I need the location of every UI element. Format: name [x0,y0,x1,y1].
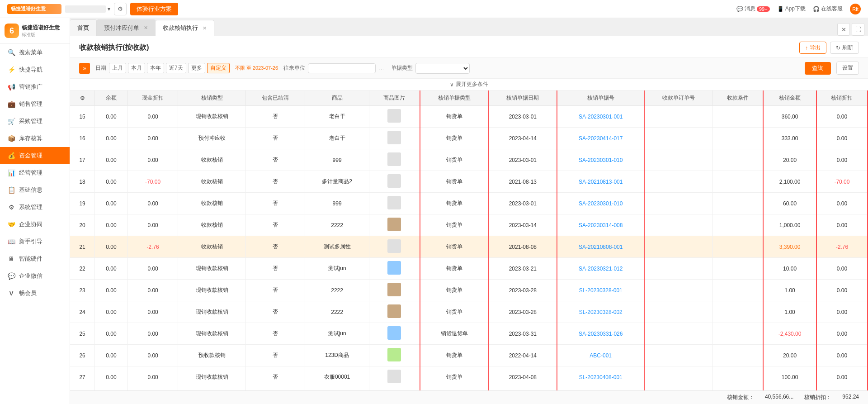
row-product: 2222 [305,214,369,236]
row-type: 现销收款核销 [178,301,246,323]
top-bar-left: 畅捷通谱好生意 ▾ ⚙ 体验行业方案 [7,3,731,15]
sidebar-item-label: 快捷导航 [19,66,42,74]
product-img [387,131,401,144]
counterpart-input[interactable] [308,63,376,73]
row-bill-date: 2023-03-14 [488,214,557,236]
row-bill-type: 销货单 [420,258,489,280]
settings-icon[interactable]: ⚙ [114,3,127,15]
close-tab-collection[interactable]: ✕ [203,25,207,31]
user-avatar[interactable]: Rit [850,4,861,14]
tab-prepayment[interactable]: 预付冲应付单 ✕ [97,19,156,36]
close-tab-btn[interactable]: ✕ [837,23,850,36]
bill-no-link[interactable]: SA-20230301-010 [579,200,623,207]
sidebar-item-system[interactable]: ⚙ 系统管理 [0,199,70,216]
data-table-wrapper[interactable]: ⚙ 余额 现金折扣 核销类型 包含已结清 商品 商品图片 核销单据类型 核销单据… [70,90,868,390]
main-content: 首页 预付冲应付单 ✕ 收款核销执行 ✕ ✕ ⛶ 收款核销执行(按收款) [70,18,868,404]
bill-no-link[interactable]: SL-20230328-001 [579,287,623,294]
row-product-img [369,323,420,345]
sidebar-item-purchase[interactable]: 🛒 采购管理 [0,113,70,130]
row-bill-date: 2022-04-14 [488,345,557,366]
row-bill-type: 销货单 [420,106,489,128]
row-bill-type: 销货单 [420,236,489,258]
row-bill-type: 销货单 [420,149,489,171]
export-button[interactable]: ↑ 导出 [799,42,826,54]
bill-no-link[interactable]: SA-20210808-001 [579,244,623,250]
sidebar-item-shortcuts[interactable]: ⚡ 快捷导航 [0,61,70,78]
tab-collection[interactable]: 收款核销执行 ✕ [156,20,214,36]
row-bill-date: 2023-03-01 [488,193,557,214]
maximize-tab-btn[interactable]: ⛶ [852,23,864,36]
row-amount: 333.00 [763,128,816,149]
date-btn-custom[interactable]: 自定义 [207,63,230,73]
date-btn-more[interactable]: 更多 [188,63,205,73]
date-btn-this-year[interactable]: 本年 [147,63,164,73]
date-btn-7days[interactable]: 近7天 [166,63,186,73]
settings-button[interactable]: 设置 [836,62,859,75]
row-amount: 10.00 [763,258,816,280]
row-product: 2222 [305,301,369,323]
sidebar-item-basics[interactable]: 📋 基础信息 [0,181,70,199]
phone-icon: 📱 [777,6,784,12]
sidebar-item-search[interactable]: 🔍 搜索菜单 [0,44,70,61]
bill-type-select[interactable] [415,63,470,74]
row-order-no [644,280,712,301]
sidebar-item-label: 经营管理 [19,169,42,177]
filter-bar: » 日期 上月 本月 本年 近7天 更多 自定义 不限 至 2023-07-26 [70,58,868,79]
row-product-img [369,106,420,128]
date-btn-this-month[interactable]: 本月 [128,63,145,73]
date-btn-last-month[interactable]: 上月 [109,63,126,73]
row-amount: 20.00 [763,345,816,366]
row-include-settled: 否 [246,301,305,323]
row-amount: 3,390.00 [763,236,816,258]
row-type: 收款核销 [178,193,246,214]
sidebar-item-label: 库存核算 [19,134,42,143]
row-order-no [644,345,712,366]
sidebar-item-finance[interactable]: 💰 资金管理 [0,147,70,164]
bill-no-link[interactable]: SA-20230414-017 [579,135,623,142]
row-condition [712,280,763,301]
product-img [387,261,401,275]
row-discount: -2.76 [816,236,868,258]
sidebar-item-member[interactable]: V 畅会员 [0,285,70,302]
sidebar-item-marketing[interactable]: 📢 营销推广 [0,78,70,95]
row-cash-discount: -70.00 [127,171,178,193]
row-balance: 0.00 [95,301,128,323]
messages-btn[interactable]: 💬 消息 99+ [736,5,770,13]
sidebar-item-operations[interactable]: 📊 经营管理 [0,164,70,181]
bill-no-link[interactable]: SL-20230408-001 [579,374,623,380]
bill-no-link[interactable]: SA-20230301-010 [579,157,623,163]
bill-no-link[interactable]: SA-20230331-026 [579,331,623,337]
row-discount: 0.00 [816,323,868,345]
close-tab-prepayment[interactable]: ✕ [144,25,148,31]
solution-button[interactable]: 体验行业方案 [130,3,178,15]
tab-home[interactable]: 首页 [70,19,97,36]
filter-toggle-btn[interactable]: » [79,63,90,74]
sidebar-item-inventory[interactable]: 📦 库存核算 [0,130,70,147]
refresh-button[interactable]: ↻ 刷新 [830,42,859,54]
bill-no-link[interactable]: ABC-001 [590,352,612,359]
online-service-btn[interactable]: 🎧 在线客服 [813,5,843,13]
app-download-btn[interactable]: 📱 App下载 [777,5,806,13]
bill-no-link[interactable]: SA-20230301-001 [579,114,623,120]
sidebar-item-hardware[interactable]: 🖥 智能硬件 [0,250,70,267]
bill-no-link[interactable]: SA-20210813-001 [579,179,623,185]
bill-no-link[interactable]: SA-20230314-008 [579,222,623,228]
row-bill-date: 2023-04-08 [488,366,557,388]
col-discount: 核销折扣 [816,90,868,106]
expand-more-btn[interactable]: ∨ 展开更多条件 [450,81,488,88]
bill-type-label: 单据类型 [391,64,413,72]
workspace-dropdown[interactable]: ▾ [65,5,110,13]
date-label: 日期 [95,64,106,72]
row-bill-date: 2023-03-28 [488,301,557,323]
row-include-settled: 否 [246,214,305,236]
col-settings[interactable]: ⚙ [70,90,95,106]
col-product: 商品 [305,90,369,106]
sidebar-item-sales[interactable]: 💼 销售管理 [0,95,70,113]
bill-no-link[interactable]: SL-20230328-002 [579,309,623,315]
sidebar-item-wechat[interactable]: 💬 企业微信 [0,267,70,285]
sidebar-item-collab[interactable]: 🤝 企业协同 [0,216,70,233]
row-condition [712,345,763,366]
sidebar-item-guide[interactable]: 📖 新手引导 [0,233,70,250]
bill-no-link[interactable]: SA-20230321-012 [579,266,623,272]
query-button[interactable]: 查询 [805,62,831,75]
